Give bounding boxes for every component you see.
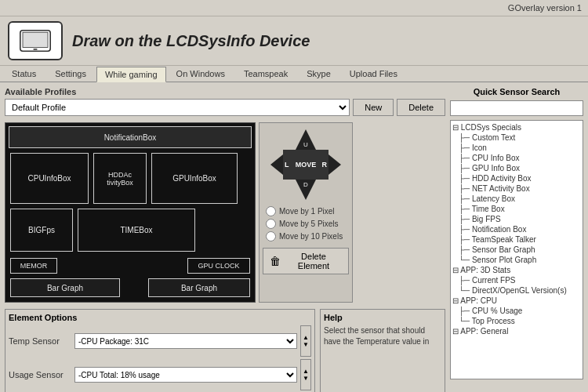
main-content: Available Profiles Default Profile New D… xyxy=(0,82,588,384)
scroll-btn-0[interactable]: ▲▼ xyxy=(300,325,311,357)
tree-item-sensor-plot-graph[interactable]: └─ Sensor Plot Graph xyxy=(459,255,581,265)
arrow-up[interactable]: U xyxy=(296,129,316,150)
canvas-area[interactable]: NotificationBox CPUInfoBox HDDActivityBo… xyxy=(5,122,256,303)
tab-status[interactable]: Status xyxy=(3,66,45,82)
tab-while-gaming[interactable]: While gaming xyxy=(96,67,166,82)
tab-skype[interactable]: Skype xyxy=(298,66,339,82)
options-select-0[interactable]: -CPU Package: 31C xyxy=(74,333,297,349)
tree-item-latency-box[interactable]: ├─ Latency Box xyxy=(459,194,581,204)
profiles-row: Default Profile New Delete xyxy=(5,99,445,116)
delete-element-button[interactable]: 🗑 Delete Element xyxy=(263,248,349,274)
gpu-info-box[interactable]: GPUInfoBox xyxy=(151,153,238,204)
tree-container[interactable]: ⊟ LCDSys Specials ├─ Custom Text ├─ Icon… xyxy=(450,120,583,379)
notification-box: NotificationBox xyxy=(9,126,252,148)
tree-parent-lcdsys[interactable]: ⊟ LCDSys Specials xyxy=(452,122,581,132)
tree-group-cpu: ├─ CPU % Usage └─ Top Process xyxy=(459,306,581,326)
options-label-1: Usage Sensor xyxy=(9,370,71,379)
canvas-wrapper: NotificationBox CPUInfoBox HDDActivityBo… xyxy=(5,122,445,303)
delete-button[interactable]: Delete xyxy=(397,99,445,116)
tree-item-teamspeak-talker[interactable]: ├─ TeamSpeak Talker xyxy=(459,234,581,245)
profiles-section: Available Profiles Default Profile New D… xyxy=(5,87,445,119)
move-label: MOVE xyxy=(296,161,317,169)
radio-1px[interactable]: Move by 1 Pixel xyxy=(266,206,343,216)
tree-item-gpu-info-box[interactable]: ├─ GPU Info Box xyxy=(459,163,581,173)
radio-5px[interactable]: Move by 5 Pixels xyxy=(266,219,343,229)
profiles-label: Available Profiles xyxy=(5,87,445,96)
trash-icon: 🗑 xyxy=(270,255,281,267)
tree-parent-general[interactable]: ⊟ APP: General xyxy=(452,326,581,336)
radio-group: Move by 1 Pixel Move by 5 Pixels Move by… xyxy=(263,206,343,241)
title-bar: GOverlay version 1 xyxy=(0,0,588,16)
header: Draw on the LCDSysInfo Device xyxy=(0,16,588,66)
app-title: Draw on the LCDSysInfo Device xyxy=(72,32,310,50)
options-select-1[interactable]: -CPU Total: 18% usage xyxy=(74,367,297,383)
tree-item-cpu-usage[interactable]: ├─ CPU % Usage xyxy=(459,306,581,316)
options-label-0: Temp Sensor xyxy=(9,336,71,346)
delete-element-label: Delete Element xyxy=(285,252,342,270)
scroll-btn-1[interactable]: ▲▼ xyxy=(300,359,311,390)
big-fps-box[interactable]: BIGFps xyxy=(10,209,73,252)
arrow-left[interactable] xyxy=(270,154,283,175)
help-text: Select the sensor that should have the T… xyxy=(324,325,441,347)
down-label: D xyxy=(303,181,308,188)
tree-group-lcdsys: ├─ Custom Text ├─ Icon ├─ CPU Info Box ├… xyxy=(459,132,581,265)
tree-item-time-box[interactable]: ├─ Time Box xyxy=(459,204,581,214)
tree-group-3d-stats: ├─ Current FPS └─ DirectX/OpenGL Version… xyxy=(459,275,581,296)
right-panel: Quick Sensor Search ⊟ LCDSys Specials ├─… xyxy=(450,87,583,379)
tree-item-cpu-info-box[interactable]: ├─ CPU Info Box xyxy=(459,153,581,163)
tree-item-custom-text[interactable]: ├─ Custom Text xyxy=(459,132,581,143)
svg-rect-2 xyxy=(34,49,38,50)
bar-graph-left[interactable]: Bar Graph xyxy=(10,278,120,297)
hdd-box[interactable]: HDDActivityBox xyxy=(93,153,147,204)
tab-bar: Status Settings While gaming On Windows … xyxy=(0,66,588,82)
time-box[interactable]: TIMEBox xyxy=(78,209,195,252)
move-arrows: U L MOVE R D xyxy=(270,129,341,200)
radio-10px[interactable]: Move by 10 Pixels xyxy=(266,231,343,241)
tab-teamspeak[interactable]: Teamspeak xyxy=(235,66,296,82)
tree-item-directx[interactable]: └─ DirectX/OpenGL Version(s) xyxy=(459,285,581,296)
tree-item-top-process[interactable]: └─ Top Process xyxy=(459,316,581,326)
element-options-title: Element Options xyxy=(9,313,311,322)
bottom-section: Element Options Temp Sensor -CPU Package… xyxy=(5,309,445,392)
tree-item-icon[interactable]: ├─ Icon xyxy=(459,143,581,153)
device-icon xyxy=(8,21,63,60)
up-label: U xyxy=(303,141,308,148)
bar-graph-right[interactable]: Bar Graph xyxy=(148,278,250,297)
left-panel: Available Profiles Default Profile New D… xyxy=(5,87,445,379)
tree-item-sensor-bar-graph[interactable]: ├─ Sensor Bar Graph xyxy=(459,245,581,255)
sensor-search-input[interactable] xyxy=(450,100,583,116)
new-button[interactable]: New xyxy=(353,99,394,116)
options-row-1: Usage Sensor -CPU Total: 18% usage ▲▼ xyxy=(9,359,311,390)
tree-parent-cpu[interactable]: ⊟ APP: CPU xyxy=(452,296,581,306)
tree-item-hdd-activity-box[interactable]: ├─ HDD Activity Box xyxy=(459,173,581,183)
tree-item-net-activity-box[interactable]: ├─ NET Activity Box xyxy=(459,183,581,194)
tab-on-windows[interactable]: On Windows xyxy=(168,66,234,82)
tree-item-big-fps[interactable]: ├─ Big FPS xyxy=(459,214,581,224)
arrow-right[interactable] xyxy=(328,154,341,175)
profile-select[interactable]: Default Profile xyxy=(5,99,350,116)
tree-parent-3d-stats[interactable]: ⊟ APP: 3D Stats xyxy=(452,265,581,275)
tree-item-current-fps[interactable]: ├─ Current FPS xyxy=(459,275,581,285)
tree-item-notification-box[interactable]: ├─ Notification Box xyxy=(459,224,581,234)
tab-upload-files[interactable]: Upload Files xyxy=(341,66,406,82)
controls-panel: U L MOVE R D xyxy=(259,122,353,303)
options-row-0: Temp Sensor -CPU Package: 31C ▲▼ xyxy=(9,325,311,357)
arrow-down[interactable]: D xyxy=(296,180,316,200)
help-section: Help Select the sensor that should have … xyxy=(320,309,445,392)
cpu-info-box[interactable]: CPUInfoBox xyxy=(10,153,89,204)
tab-settings[interactable]: Settings xyxy=(46,66,95,82)
title-bar-text: GOverlay version 1 xyxy=(508,3,582,13)
move-center: L MOVE R xyxy=(283,150,328,180)
svg-rect-1 xyxy=(23,32,48,47)
gpu-clock-box[interactable]: GPU CLOCK xyxy=(187,258,250,274)
memor-box[interactable]: MEMOR xyxy=(10,258,57,274)
element-options: Element Options Temp Sensor -CPU Package… xyxy=(5,309,315,392)
sensor-search-title: Quick Sensor Search xyxy=(450,87,583,96)
help-title: Help xyxy=(324,313,441,322)
